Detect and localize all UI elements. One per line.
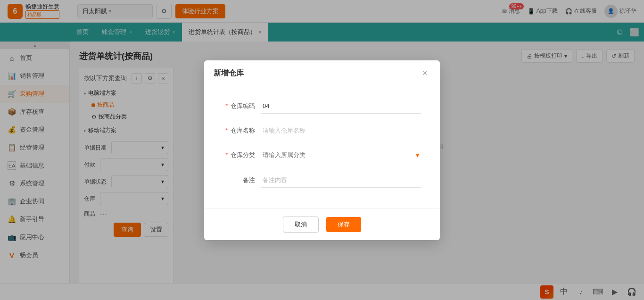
name-input[interactable] <box>261 123 421 138</box>
name-label: * 仓库名称 <box>223 126 261 135</box>
dialog-footer: 取消 保存 <box>204 208 440 240</box>
dialog-header: 新增仓库 × <box>204 60 440 87</box>
form-item-remark: 备注 <box>223 173 421 188</box>
form-item-category: * 仓库分类 ▾ <box>223 148 421 163</box>
dialog-title: 新增仓库 <box>214 68 244 78</box>
add-warehouse-dialog: 新增仓库 × * 仓库编码 * 仓库名称 <box>204 60 440 240</box>
cancel-button[interactable]: 取消 <box>283 217 319 233</box>
category-select-wrap: ▾ <box>261 148 421 163</box>
dialog-close-button[interactable]: × <box>419 68 430 79</box>
remark-input[interactable] <box>261 173 421 188</box>
category-label: * 仓库分类 <box>223 151 261 159</box>
dialog-body: * 仓库编码 * 仓库名称 * 仓库分类 <box>204 87 440 208</box>
code-label: * 仓库编码 <box>223 102 261 110</box>
modal-overlay[interactable]: 新增仓库 × * 仓库编码 * 仓库名称 <box>0 0 644 300</box>
form-item-code: * 仓库编码 <box>223 99 421 114</box>
category-input[interactable] <box>261 148 414 163</box>
category-dropdown-icon[interactable]: ▾ <box>414 151 421 159</box>
code-input[interactable] <box>261 99 421 114</box>
remark-label: 备注 <box>223 176 261 184</box>
form-item-name: * 仓库名称 <box>223 123 421 138</box>
save-button[interactable]: 保存 <box>326 217 361 232</box>
